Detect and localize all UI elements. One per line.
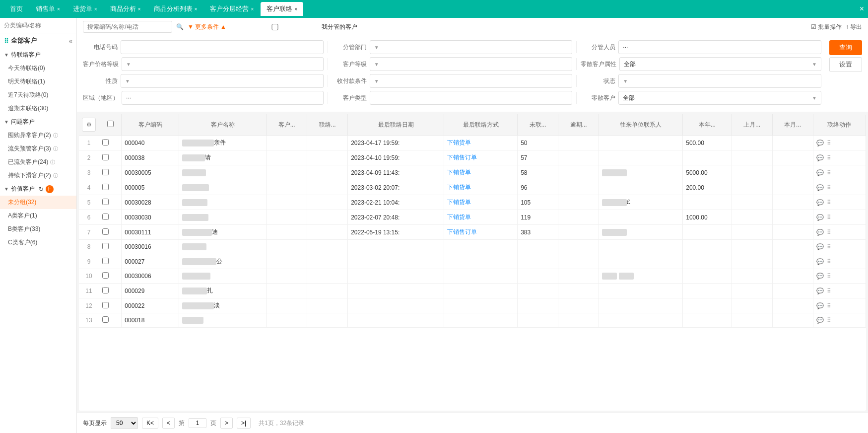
settings-col-header[interactable]: ⚙: [79, 114, 99, 136]
row-checkbox-cell[interactable]: [99, 313, 122, 328]
search-btn[interactable]: 🔍: [176, 23, 184, 30]
sidebar-item-class-c[interactable]: C类客户(6): [0, 236, 76, 249]
row-checkbox[interactable]: [102, 214, 109, 220]
row-checkbox[interactable]: [102, 169, 109, 175]
query-button[interactable]: 查询: [829, 40, 862, 55]
grid-icon[interactable]: ⠿: [827, 243, 831, 250]
window-close-icon[interactable]: ×: [860, 4, 864, 13]
grid-icon[interactable]: ⠿: [827, 229, 831, 236]
filter-payment-input[interactable]: ▼: [370, 74, 573, 88]
row-checkbox[interactable]: [102, 199, 109, 205]
grid-icon[interactable]: ⠿: [827, 140, 831, 146]
select-all-checkbox[interactable]: [107, 121, 114, 127]
filter-phone-input[interactable]: [121, 40, 324, 54]
row-checkbox[interactable]: [102, 316, 109, 323]
row-checkbox[interactable]: [102, 302, 109, 308]
sidebar-item-7days[interactable]: 近7天待联络(0): [0, 88, 76, 102]
sidebar-item-declining[interactable]: 持续下滑客户(2) ⓘ: [0, 169, 76, 182]
grid-icon[interactable]: ⠿: [827, 184, 831, 191]
row-checkbox-cell[interactable]: [99, 150, 122, 165]
message-icon[interactable]: 💬: [816, 199, 824, 206]
grid-icon[interactable]: ⠿: [827, 199, 831, 206]
sidebar-item-class-b[interactable]: B类客户(33): [0, 222, 76, 236]
contact-method-link[interactable]: 下销货单: [447, 184, 471, 191]
nav-tab-customer-contact[interactable]: 客户联络 ×: [261, 2, 303, 16]
message-icon[interactable]: 💬: [816, 243, 824, 250]
export-btn[interactable]: ↑ 导出: [846, 23, 862, 31]
sidebar-item-overdue[interactable]: 逾期未联络(30): [0, 102, 76, 115]
sidebar-item-today[interactable]: 今天待联络(0): [0, 62, 76, 75]
message-icon[interactable]: 💬: [816, 288, 824, 294]
filter-status-input[interactable]: ▼: [618, 74, 821, 88]
grid-icon[interactable]: ⠿: [827, 288, 831, 294]
sidebar-item-class-a[interactable]: A类客户(1): [0, 209, 76, 222]
row-checkbox-cell[interactable]: [99, 240, 122, 254]
more-conditions-btn[interactable]: ▼ 更多条件 ▲: [188, 23, 226, 31]
sidebar-item-churn-warning[interactable]: 流失预警客户(3) ⓘ: [0, 142, 76, 155]
close-icon[interactable]: ×: [195, 6, 198, 12]
row-checkbox-cell[interactable]: [99, 180, 122, 195]
grid-icon[interactable]: ⠿: [827, 302, 831, 309]
contact-method-link[interactable]: 下销货单: [447, 199, 471, 206]
row-checkbox[interactable]: [102, 184, 109, 190]
contact-method-link[interactable]: 下销售订单: [447, 228, 477, 235]
message-icon[interactable]: 💬: [816, 154, 824, 161]
close-icon[interactable]: ×: [138, 6, 141, 12]
close-icon[interactable]: ×: [94, 6, 97, 12]
sidebar-item-abnormal[interactable]: 囤购异常客户(2) ⓘ: [0, 129, 76, 142]
message-icon[interactable]: 💬: [816, 140, 824, 146]
contact-method-link[interactable]: 下销售订单: [447, 154, 477, 161]
row-checkbox-cell[interactable]: [99, 195, 122, 210]
refresh-icon[interactable]: ↻: [39, 186, 44, 193]
close-icon[interactable]: ×: [251, 6, 254, 12]
row-checkbox[interactable]: [102, 258, 109, 264]
filter-retail-customer-input[interactable]: 全部 ▼: [618, 91, 821, 105]
nav-tab-purchase[interactable]: 进货单 ×: [67, 2, 103, 16]
sidebar-category-problem[interactable]: ▼ 问题客户: [0, 115, 76, 129]
next-page-btn[interactable]: >: [220, 418, 233, 429]
message-icon[interactable]: 💬: [816, 169, 824, 176]
nav-home[interactable]: 首页: [4, 4, 29, 13]
row-checkbox-cell[interactable]: [99, 225, 122, 240]
prev-page-btn[interactable]: <: [162, 418, 175, 429]
grid-icon[interactable]: ⠿: [827, 317, 831, 324]
sidebar-search-input[interactable]: [4, 22, 77, 29]
sidebar-item-tomorrow[interactable]: 明天待联络(1): [0, 75, 76, 88]
page-size-select[interactable]: 50 100: [111, 417, 138, 429]
settings-icon[interactable]: ⚙: [82, 118, 96, 132]
nav-tab-customer-segment[interactable]: 客户分层经营 ×: [204, 2, 260, 16]
message-icon[interactable]: 💬: [816, 214, 824, 221]
contact-method-link[interactable]: 下销货单: [447, 139, 471, 146]
row-checkbox-cell[interactable]: [99, 165, 122, 180]
sidebar-all-customers[interactable]: ⠿ 全部客户 «: [0, 33, 76, 48]
close-icon[interactable]: ×: [294, 6, 297, 12]
filter-manager-input[interactable]: ···: [618, 40, 821, 54]
last-page-btn[interactable]: >|: [237, 418, 251, 429]
row-checkbox[interactable]: [102, 272, 109, 279]
filter-customer-type-input[interactable]: [370, 91, 573, 105]
reset-button[interactable]: 设置: [829, 57, 862, 72]
grid-icon[interactable]: ⠿: [827, 214, 831, 221]
search-input[interactable]: [83, 21, 172, 33]
contact-method-link[interactable]: 下销货单: [447, 169, 471, 176]
nav-tab-analysis-list[interactable]: 商品分析列表 ×: [148, 2, 203, 16]
sidebar-item-ungroup[interactable]: 未分组(32): [0, 196, 76, 209]
message-icon[interactable]: 💬: [816, 273, 824, 280]
message-icon[interactable]: 💬: [816, 258, 824, 265]
sidebar-item-churned[interactable]: 已流失客户(24) ⓘ: [0, 155, 76, 169]
grid-icon[interactable]: ⠿: [827, 273, 831, 280]
message-icon[interactable]: 💬: [816, 302, 824, 309]
grid-icon[interactable]: ⠿: [827, 169, 831, 176]
message-icon[interactable]: 💬: [816, 229, 824, 236]
my-customers-checkbox[interactable]: [230, 24, 320, 30]
batch-ops-btn[interactable]: ☑ 批量操作: [811, 23, 842, 31]
checkbox-col-header[interactable]: [99, 114, 122, 136]
row-checkbox[interactable]: [102, 139, 109, 145]
collapse-icon[interactable]: «: [69, 37, 72, 45]
page-number-input[interactable]: [189, 418, 206, 428]
row-checkbox-cell[interactable]: [99, 298, 122, 313]
sidebar-category-value[interactable]: ▼ 价值客户 ↻ F: [0, 182, 76, 196]
row-checkbox-cell[interactable]: [99, 210, 122, 225]
grid-icon[interactable]: ⠿: [827, 154, 831, 161]
row-checkbox[interactable]: [102, 287, 109, 293]
